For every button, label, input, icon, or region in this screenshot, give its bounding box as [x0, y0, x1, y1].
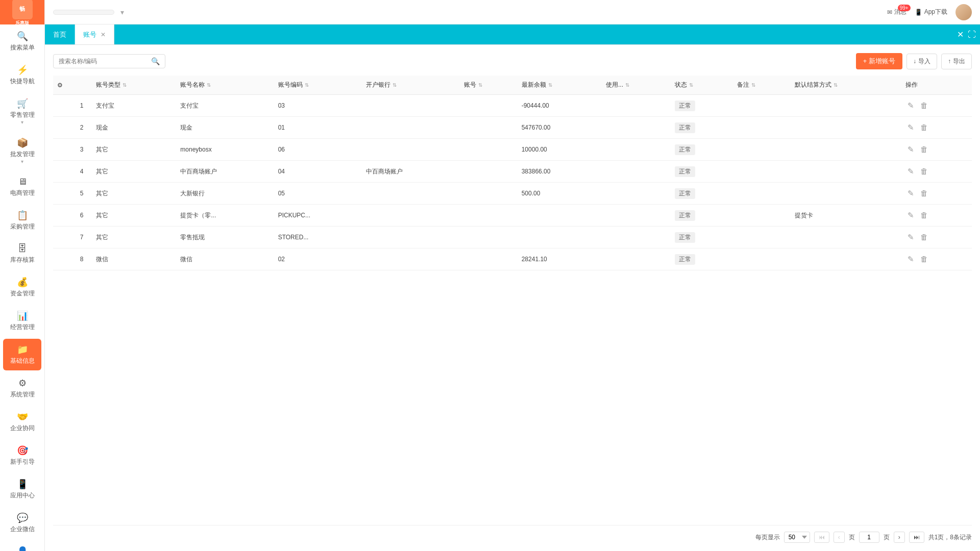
col-remark[interactable]: 备注⇅	[733, 76, 791, 95]
row-usage	[602, 95, 671, 117]
sidebar-item-search[interactable]: 🔍 搜索菜单	[3, 26, 41, 57]
sidebar-item-quick[interactable]: ⚡ 快捷导航	[3, 59, 41, 91]
next-page-button[interactable]: ›	[894, 532, 905, 543]
edit-button[interactable]: ✎	[905, 122, 916, 133]
per-page-select[interactable]: 50 10 20 100	[784, 532, 810, 543]
col-status[interactable]: 状态⇅	[671, 76, 733, 95]
sidebar: 畅 乐惠版 🔍 搜索菜单 ⚡ 快捷导航 🛒 零售管理 ▾ 📦 批发管理 ▾ 🖥 …	[0, 0, 45, 551]
row-settings	[53, 117, 71, 139]
message-button[interactable]: ✉ 消息 99+	[887, 8, 906, 16]
download-button[interactable]: 📱 App下载	[915, 8, 947, 16]
table-row: 3 其它 moneybosx 06 10000.00 正常 ✎ 🗑	[53, 139, 972, 161]
per-page-label: 每页显示	[755, 533, 780, 542]
prev-page-button[interactable]: ‹	[834, 532, 845, 543]
row-default-settle	[791, 161, 901, 183]
delete-button[interactable]: 🗑	[918, 232, 930, 242]
operation-icon: 📊	[17, 310, 28, 321]
row-account	[460, 95, 518, 117]
delete-button[interactable]: 🗑	[918, 122, 930, 133]
row-type: 其它	[92, 183, 176, 205]
first-page-button[interactable]: ⏮	[814, 532, 829, 543]
delete-button[interactable]: 🗑	[918, 254, 930, 264]
tab-fullscreen-button[interactable]: ⛶	[968, 30, 976, 39]
row-balance	[518, 227, 602, 248]
delete-button[interactable]: 🗑	[918, 188, 930, 198]
sidebar-item-apps[interactable]: 📱 应用中心	[3, 473, 41, 505]
edit-button[interactable]: ✎	[905, 254, 916, 265]
add-button-label: + 新增账号	[863, 57, 895, 66]
col-name[interactable]: 账号名称⇅	[176, 76, 274, 95]
search-box[interactable]: 🔍	[53, 54, 165, 68]
finance-icon: 💰	[17, 277, 28, 288]
row-default-settle	[791, 117, 901, 139]
wechat-icon: 💬	[17, 512, 28, 523]
edit-button[interactable]: ✎	[905, 232, 916, 243]
row-status: 正常	[671, 227, 733, 248]
sidebar-item-operation[interactable]: 📊 经营管理	[3, 305, 41, 337]
dropdown-chevron-icon[interactable]: ▾	[120, 8, 124, 16]
last-page-button[interactable]: ⏭	[909, 532, 924, 543]
tab-close-button[interactable]: ✕	[957, 30, 964, 39]
sidebar-item-ecommerce[interactable]: 🖥 电商管理	[3, 171, 41, 203]
search-input[interactable]	[59, 58, 151, 65]
user-avatar[interactable]	[955, 4, 972, 20]
row-status: 正常	[671, 183, 733, 205]
col-balance[interactable]: 最新余额⇅	[518, 76, 602, 95]
row-settings	[53, 161, 71, 183]
row-num: 5	[71, 183, 92, 205]
sidebar-item-basic[interactable]: 📁 基础信息	[3, 339, 41, 370]
edit-button[interactable]: ✎	[905, 100, 916, 111]
sidebar-item-ecommerce-label: 电商管理	[10, 189, 35, 197]
add-account-button[interactable]: + 新增账号	[856, 53, 902, 69]
tab-account[interactable]: 账号 ✕	[75, 24, 114, 44]
sidebar-item-finance[interactable]: 💰 资金管理	[3, 271, 41, 303]
sidebar-item-member[interactable]: 👤 畅会员	[3, 541, 41, 551]
row-code: 02	[274, 248, 362, 270]
tab-close-icon[interactable]: ✕	[101, 31, 106, 38]
row-action: ✎ 🗑	[901, 205, 972, 227]
edit-button[interactable]: ✎	[905, 144, 916, 155]
row-num: 1	[71, 95, 92, 117]
sidebar-item-retail[interactable]: 🛒 零售管理 ▾	[3, 93, 41, 130]
col-account[interactable]: 账号⇅	[460, 76, 518, 95]
sidebar-item-inventory[interactable]: 🗄 库存核算	[3, 238, 41, 269]
row-usage	[602, 183, 671, 205]
tab-account-label: 账号	[83, 30, 96, 39]
row-code: 04	[274, 161, 362, 183]
row-balance: 28241.10	[518, 248, 602, 270]
col-code[interactable]: 账号编码⇅	[274, 76, 362, 95]
basic-icon: 📁	[17, 344, 28, 355]
sidebar-item-wholesale[interactable]: 📦 批发管理 ▾	[3, 132, 41, 169]
sidebar-item-guide-label: 新手引导	[10, 458, 35, 466]
sidebar-item-guide[interactable]: 🎯 新手引导	[3, 440, 41, 471]
sidebar-item-wechat[interactable]: 💬 企业微信	[3, 507, 41, 539]
sidebar-item-system[interactable]: ⚙ 系统管理	[3, 372, 41, 404]
delete-button[interactable]: 🗑	[918, 210, 930, 220]
import-icon: ↓	[913, 58, 916, 65]
page-input[interactable]	[859, 532, 879, 543]
edit-button[interactable]: ✎	[905, 166, 916, 177]
table-row: 2 现金 现金 01 547670.00 正常 ✎ 🗑	[53, 117, 972, 139]
row-status: 正常	[671, 248, 733, 270]
sidebar-item-purchase[interactable]: 📋 采购管理	[3, 205, 41, 236]
tab-home[interactable]: 首页	[45, 24, 75, 44]
edit-button[interactable]: ✎	[905, 210, 916, 221]
top-search-box[interactable]	[53, 10, 114, 15]
delete-button[interactable]: 🗑	[918, 100, 930, 111]
import-button[interactable]: ↓ 导入	[906, 54, 937, 69]
row-type: 其它	[92, 205, 176, 227]
col-usage[interactable]: 使用...⇅	[602, 76, 671, 95]
delete-button[interactable]: 🗑	[918, 144, 930, 155]
delete-button[interactable]: 🗑	[918, 166, 930, 177]
col-default-settle[interactable]: 默认结算方式⇅	[791, 76, 901, 95]
row-balance: 547670.00	[518, 117, 602, 139]
export-button[interactable]: ↑ 导出	[941, 54, 972, 69]
col-type[interactable]: 账号类型⇅	[92, 76, 176, 95]
col-bank[interactable]: 开户银行⇅	[362, 76, 459, 95]
sidebar-item-agreement[interactable]: 🤝 企业协同	[3, 406, 41, 438]
col-settings[interactable]: ⚙	[53, 76, 71, 95]
download-icon: 📱	[915, 9, 922, 16]
edit-button[interactable]: ✎	[905, 188, 916, 199]
row-usage	[602, 161, 671, 183]
row-settings	[53, 248, 71, 270]
